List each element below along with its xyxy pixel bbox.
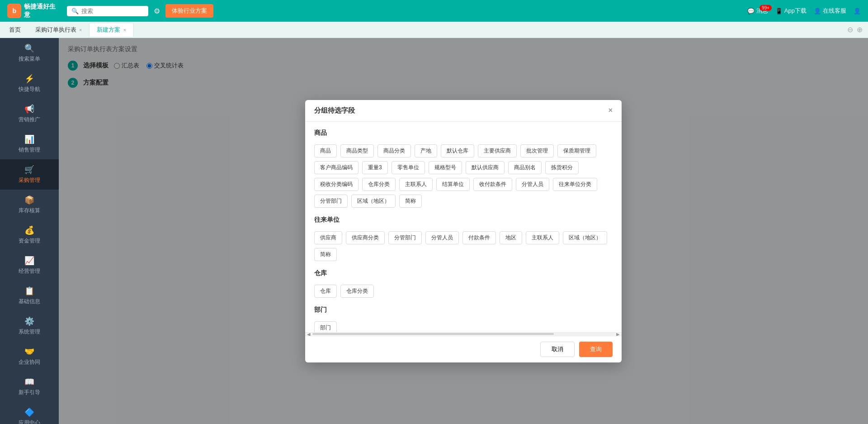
sidebar-item-purchase[interactable]: 🛒 采购管理 — [0, 159, 59, 190]
sidebar-item-sales[interactable]: 📊 销售管理 — [0, 129, 59, 159]
section-department-fields: 部门 — [314, 321, 613, 332]
field-tag[interactable]: 税收分类编码 — [314, 178, 359, 191]
field-tag[interactable]: 供应商 — [314, 231, 342, 244]
message-btn[interactable]: 💬 消息 99+ — [747, 7, 768, 15]
field-tag[interactable]: 部门 — [314, 321, 337, 332]
field-tag[interactable]: 往来单位分类 — [553, 178, 597, 191]
modal-horizontal-scroll[interactable]: ◀ ▶ — [305, 332, 622, 336]
field-tag[interactable]: 供应商分类 — [346, 231, 385, 244]
field-tag[interactable]: 地区 — [500, 231, 522, 244]
sidebar-item-appcenter-label: 应用中心 — [19, 419, 40, 424]
field-tag[interactable]: 规格型号 — [429, 161, 462, 174]
sidebar-item-basic-info[interactable]: 📋 基础信息 — [0, 281, 59, 311]
management-icon: 📈 — [24, 256, 34, 266]
finance-icon: 💰 — [24, 225, 34, 235]
section-department: 部门 部门 — [314, 306, 613, 332]
field-tag[interactable]: 批次管理 — [520, 144, 554, 157]
field-tag[interactable]: 分管人员 — [516, 178, 549, 191]
field-tag[interactable]: 默认供应商 — [466, 161, 505, 174]
sidebar-item-appcenter[interactable]: 🔷 应用中心 — [0, 402, 59, 424]
tab-expand-icon[interactable]: ⊕ — [857, 25, 863, 34]
search-bar[interactable]: 🔍 — [67, 6, 148, 16]
field-tag[interactable]: 主联系人 — [526, 231, 559, 244]
field-tag[interactable]: 仓库分类 — [340, 285, 374, 298]
sidebar-item-system[interactable]: ⚙️ 系统管理 — [0, 311, 59, 341]
field-tag[interactable]: 商品类型 — [340, 144, 374, 157]
field-tag[interactable]: 主要供应商 — [478, 144, 517, 157]
field-select-modal: 分组待选字段 × 商品 商品 商品类型 商品分类 产地 默认仓库 — [305, 100, 622, 362]
field-tag[interactable]: 默认仓库 — [441, 144, 474, 157]
section-partner-fields: 供应商 供应商分类 分管部门 分管人员 付款条件 地区 主联系人 区域（地区） … — [314, 231, 613, 261]
field-tag[interactable]: 商品分类 — [377, 144, 411, 157]
sidebar-item-collab-label: 企业协同 — [19, 358, 40, 366]
ok-button[interactable]: 查询 — [579, 342, 613, 357]
tab-new-plan[interactable]: 新建方案 × — [89, 23, 133, 37]
field-tag[interactable]: 简称 — [314, 248, 337, 261]
sidebar-item-quicknav[interactable]: ⚡ 快捷导航 — [0, 68, 59, 99]
guide-icon: 📖 — [24, 377, 34, 387]
sidebar-item-finance[interactable]: 💰 资金管理 — [0, 220, 59, 250]
tab-home-label: 首页 — [9, 26, 21, 34]
sidebar-item-sales-label: 销售管理 — [19, 146, 40, 154]
section-warehouse-title: 仓库 — [314, 269, 613, 280]
field-tag[interactable]: 保质期管理 — [557, 144, 596, 157]
sidebar-item-marketing-label: 营销推广 — [19, 116, 40, 124]
content-area: 采购订单执行表方案设置 1 选择模板 汇总表 交叉统计表 2 方案 — [59, 38, 868, 424]
sidebar-item-guide[interactable]: 📖 新手引导 — [0, 372, 59, 402]
trial-btn[interactable]: 体验行业方案 — [165, 4, 213, 18]
field-tag[interactable]: 仓库分类 — [362, 178, 396, 191]
section-warehouse-fields: 仓库 仓库分类 — [314, 285, 613, 298]
field-tag[interactable]: 商品 — [314, 144, 337, 157]
online-service-btn[interactable]: 👤 在线客服 — [814, 7, 846, 15]
sidebar-item-management[interactable]: 📈 经营管理 — [0, 250, 59, 281]
field-tag[interactable]: 分管部门 — [388, 231, 422, 244]
field-tag[interactable]: 付款条件 — [462, 231, 496, 244]
field-tag[interactable]: 主联系人 — [399, 178, 433, 191]
settings-icon[interactable]: ⚙ — [154, 7, 160, 15]
tab-collapse-icon[interactable]: ⊖ — [847, 25, 853, 34]
tab-home[interactable]: 首页 — [2, 23, 28, 37]
message-icon: 💬 — [747, 8, 755, 14]
field-tag[interactable]: 分管部门 — [314, 195, 348, 208]
section-department-title: 部门 — [314, 306, 613, 317]
tab-purchase-close[interactable]: × — [79, 27, 82, 33]
search-input[interactable] — [81, 8, 140, 14]
sidebar-item-collab[interactable]: 🤝 企业协同 — [0, 341, 59, 372]
sidebar-item-quicknav-label: 快捷导航 — [19, 86, 40, 93]
field-tag[interactable]: 区域（地区） — [351, 195, 396, 208]
section-product-title: 商品 — [314, 129, 613, 140]
field-tag[interactable]: 收付款条件 — [473, 178, 512, 191]
app-download-btn[interactable]: 📱 App下载 — [775, 7, 807, 15]
modal-body[interactable]: 商品 商品 商品类型 商品分类 产地 默认仓库 主要供应商 批次管理 保质期管理… — [305, 122, 622, 332]
field-tag[interactable]: 产地 — [415, 144, 437, 157]
field-tag[interactable]: 区域（地区） — [563, 231, 607, 244]
field-tag[interactable]: 分管人员 — [425, 231, 459, 244]
section-product-fields: 商品 商品类型 商品分类 产地 默认仓库 主要供应商 批次管理 保质期管理 客户… — [314, 144, 613, 208]
section-partner-title: 往来单位 — [314, 216, 613, 227]
tab-new-plan-close[interactable]: × — [123, 27, 126, 33]
cancel-button[interactable]: 取消 — [540, 342, 575, 357]
field-tag[interactable]: 仓库 — [314, 285, 337, 298]
sidebar-item-search[interactable]: 🔍 搜索菜单 — [0, 38, 59, 68]
field-tag[interactable]: 结算单位 — [436, 178, 470, 191]
field-tag[interactable]: 商品别名 — [508, 161, 542, 174]
tab-purchase-list[interactable]: 采购订单执行表 × — [28, 23, 89, 37]
nav-right: 💬 消息 99+ 📱 App下载 👤 在线客服 👤 — [747, 7, 861, 15]
field-tag[interactable]: 零售单位 — [392, 161, 425, 174]
marketing-icon: 📢 — [24, 104, 34, 114]
appcenter-icon: 🔷 — [24, 407, 34, 417]
user-avatar[interactable]: 👤 — [854, 8, 861, 14]
sidebar-item-inventory[interactable]: 📦 库存核算 — [0, 190, 59, 220]
basic-info-icon: 📋 — [24, 286, 34, 296]
field-tag[interactable]: 重量3 — [362, 161, 388, 174]
sidebar-item-guide-label: 新手引导 — [19, 389, 40, 396]
field-tag[interactable]: 客户商品编码 — [314, 161, 359, 174]
sidebar-item-finance-label: 资金管理 — [19, 237, 40, 245]
field-tag[interactable]: 拣货积分 — [545, 161, 579, 174]
sidebar-item-marketing[interactable]: 📢 营销推广 — [0, 99, 59, 129]
download-icon: 📱 — [775, 8, 783, 14]
logo-icon: b — [7, 4, 21, 18]
field-tag[interactable]: 简称 — [399, 195, 422, 208]
modal-close-btn[interactable]: × — [609, 106, 613, 114]
sidebar-item-search-label: 搜索菜单 — [19, 55, 40, 63]
